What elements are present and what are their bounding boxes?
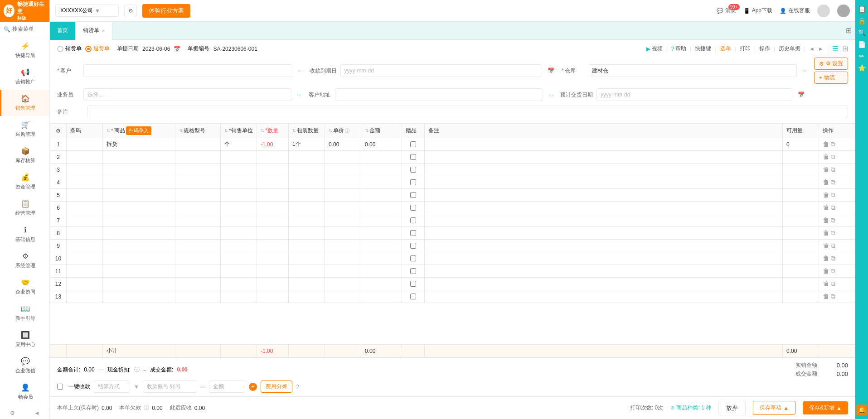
cell-spec-3[interactable] bbox=[175, 176, 221, 189]
cell-price-12[interactable] bbox=[325, 290, 361, 303]
cell-amount-4[interactable] bbox=[361, 189, 402, 202]
cell-goods-10[interactable] bbox=[103, 265, 175, 278]
cell-note-11[interactable] bbox=[425, 278, 783, 290]
sidebar-item-ops-mgmt[interactable]: 📋 经营管理 bbox=[0, 195, 49, 221]
cell-gift-9[interactable] bbox=[402, 252, 425, 265]
right-panel-search[interactable]: 🔍 bbox=[856, 27, 867, 38]
cell-spec-10[interactable] bbox=[175, 265, 221, 278]
cell-gift-0[interactable] bbox=[402, 138, 425, 151]
cell-pkg-10[interactable] bbox=[289, 265, 325, 278]
sidebar-collapse-icon[interactable]: ◄ bbox=[34, 410, 40, 416]
goods-type-radio-icon[interactable]: ⊙ bbox=[670, 405, 675, 411]
cell-pkg-5[interactable] bbox=[289, 202, 325, 214]
scan-button[interactable]: 扫码录入 bbox=[126, 126, 151, 135]
cell-pkg-11[interactable] bbox=[289, 278, 325, 290]
cell-gift-6[interactable] bbox=[402, 214, 425, 227]
cell-price-0[interactable]: 0.00 bbox=[325, 138, 361, 151]
user-avatar[interactable] bbox=[817, 5, 830, 17]
right-panel-note[interactable]: 📋 bbox=[856, 4, 867, 14]
cell-amount-2[interactable] bbox=[361, 164, 402, 176]
sidebar-item-enterprise-wechat[interactable]: 💬 企业微信 bbox=[0, 352, 49, 379]
cell-barcode-10[interactable] bbox=[67, 265, 103, 278]
cell-qty-1[interactable] bbox=[257, 151, 289, 164]
right-panel-doc[interactable]: 📄 bbox=[856, 39, 867, 50]
sidebar-item-sys-mgmt[interactable]: ⚙ 系统管理 bbox=[0, 247, 49, 274]
copy-icon-10[interactable]: ⧉ bbox=[831, 267, 835, 275]
th-gear[interactable]: ⚙ bbox=[50, 124, 67, 138]
settings-action-button[interactable]: ⚙ ⚙ 设置 bbox=[814, 58, 848, 70]
cell-spec-5[interactable] bbox=[175, 202, 221, 214]
settings-button[interactable]: ⚙ bbox=[124, 5, 137, 17]
sidebar-search[interactable]: 🔍 搜索菜单 bbox=[0, 22, 49, 37]
cell-note-7[interactable] bbox=[425, 227, 783, 240]
settlement-method-input[interactable]: 结算方式 bbox=[94, 380, 130, 393]
cell-barcode-11[interactable] bbox=[67, 278, 103, 290]
cell-unit-3[interactable] bbox=[221, 176, 257, 189]
cell-goods-4[interactable] bbox=[103, 189, 175, 202]
online-service-item[interactable]: 👤 在线客服 bbox=[780, 7, 810, 14]
cell-spec-6[interactable] bbox=[175, 214, 221, 227]
delete-icon-0[interactable]: 🗑 bbox=[823, 140, 829, 148]
cell-unit-8[interactable] bbox=[221, 240, 257, 252]
cell-note-6[interactable] bbox=[425, 214, 783, 227]
select-btn[interactable]: 选单 bbox=[720, 45, 731, 53]
cell-note-5[interactable] bbox=[425, 202, 783, 214]
cell-note-4[interactable] bbox=[425, 189, 783, 202]
add-button[interactable]: + bbox=[249, 383, 257, 391]
cell-qty-10[interactable] bbox=[257, 265, 289, 278]
cell-qty-11[interactable] bbox=[257, 278, 289, 290]
sidebar-item-marketing[interactable]: 📢 营销推广 bbox=[0, 63, 49, 90]
sidebar-item-inventory[interactable]: 📦 库存核算 bbox=[0, 142, 49, 169]
cell-price-6[interactable] bbox=[325, 214, 361, 227]
cell-pkg-9[interactable] bbox=[289, 252, 325, 265]
cell-gift-4[interactable] bbox=[402, 189, 425, 202]
cell-pkg-12[interactable] bbox=[289, 290, 325, 303]
delete-icon-5[interactable]: 🗑 bbox=[823, 204, 829, 212]
cell-gift-1[interactable] bbox=[402, 151, 425, 164]
expected-date-cal-icon[interactable]: 📅 bbox=[798, 92, 805, 98]
copy-icon-9[interactable]: ⧉ bbox=[831, 255, 835, 262]
cell-price-4[interactable] bbox=[325, 189, 361, 202]
user-avatar2[interactable] bbox=[837, 5, 850, 17]
discount-help-icon[interactable]: ⓘ bbox=[134, 366, 140, 374]
cell-qty-0[interactable]: -1.00 bbox=[257, 138, 289, 151]
cell-qty-7[interactable] bbox=[257, 227, 289, 240]
cell-pkg-1[interactable] bbox=[289, 151, 325, 164]
cell-amount-1[interactable] bbox=[361, 151, 402, 164]
gift-checkbox-0[interactable] bbox=[410, 141, 416, 147]
cell-amount-0[interactable]: 0.00 bbox=[361, 138, 402, 151]
sidebar-item-capital-mgmt[interactable]: 💰 资金管理 bbox=[0, 169, 49, 195]
cell-pkg-3[interactable] bbox=[289, 176, 325, 189]
cell-price-5[interactable] bbox=[325, 202, 361, 214]
gift-checkbox-8[interactable] bbox=[410, 243, 416, 249]
copy-icon-5[interactable]: ⧉ bbox=[831, 204, 835, 212]
copy-icon-2[interactable]: ⧉ bbox=[831, 166, 835, 173]
cell-note-10[interactable] bbox=[425, 265, 783, 278]
cell-amount-3[interactable] bbox=[361, 176, 402, 189]
cell-barcode-7[interactable] bbox=[67, 227, 103, 240]
cell-amount-10[interactable] bbox=[361, 265, 402, 278]
gift-checkbox-12[interactable] bbox=[410, 294, 416, 299]
cell-price-7[interactable] bbox=[325, 227, 361, 240]
cell-unit-6[interactable] bbox=[221, 214, 257, 227]
cell-unit-0[interactable]: 个 bbox=[221, 138, 257, 151]
cell-qty-2[interactable] bbox=[257, 164, 289, 176]
account-dots-icon[interactable]: ··· bbox=[201, 384, 205, 390]
due-date-calendar-icon[interactable]: 📅 bbox=[548, 67, 554, 74]
cell-spec-8[interactable] bbox=[175, 240, 221, 252]
cell-unit-12[interactable] bbox=[221, 290, 257, 303]
cell-qty-9[interactable] bbox=[257, 252, 289, 265]
cell-barcode-8[interactable] bbox=[67, 240, 103, 252]
cell-goods-12[interactable] bbox=[103, 290, 175, 303]
cell-pkg-8[interactable] bbox=[289, 240, 325, 252]
table-gear-icon[interactable]: ⚙ bbox=[56, 128, 61, 134]
customer-addr-dots-icon[interactable]: ··· bbox=[548, 92, 553, 98]
cell-barcode-0[interactable] bbox=[67, 138, 103, 151]
gift-checkbox-10[interactable] bbox=[410, 268, 416, 274]
cell-note-8[interactable] bbox=[425, 240, 783, 252]
cell-goods-6[interactable] bbox=[103, 214, 175, 227]
copy-icon-12[interactable]: ⧉ bbox=[831, 293, 835, 300]
customer-input[interactable] bbox=[83, 64, 292, 77]
cell-amount-7[interactable] bbox=[361, 227, 402, 240]
cell-note-2[interactable] bbox=[425, 164, 783, 176]
